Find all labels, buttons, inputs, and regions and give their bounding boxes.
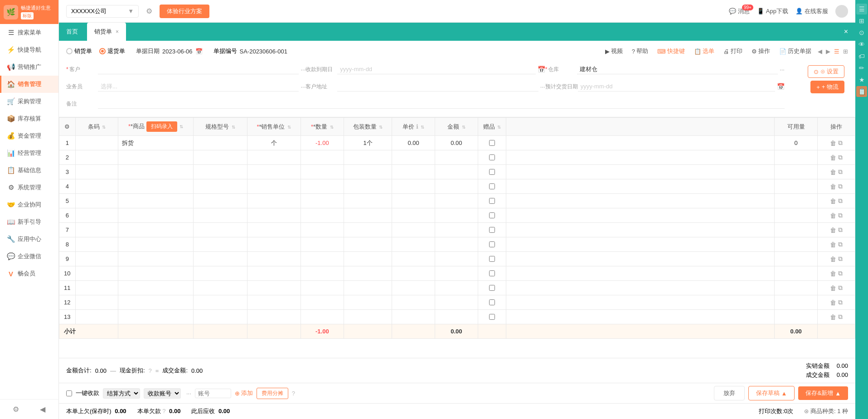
copy-row-icon[interactable]: ⧉	[838, 154, 843, 161]
cell-gift-10[interactable]	[478, 281, 506, 295]
cell-spec-8[interactable]	[194, 252, 247, 266]
delete-row-icon[interactable]: 🗑	[830, 197, 836, 205]
save-new-btn[interactable]: 保存&新增 ▲	[798, 386, 848, 400]
cell-product-4[interactable]	[118, 194, 194, 208]
sidebar-item-quick-nav[interactable]: ⚡ 快捷导航	[0, 41, 58, 58]
due-date-calendar-icon[interactable]: 📅	[538, 66, 545, 73]
cell-amount-6[interactable]	[435, 223, 478, 237]
barcode-sort-icon[interactable]: ⇅	[102, 125, 106, 130]
cell-unit-12[interactable]	[247, 310, 301, 324]
right-panel-tag-icon[interactable]: 🏷	[856, 51, 867, 62]
cell-pkg-qty-4[interactable]	[344, 194, 392, 208]
customer-dots[interactable]: ···	[301, 66, 305, 73]
cell-barcode-3[interactable]	[75, 179, 118, 194]
calendar-icon[interactable]: 📅	[195, 48, 203, 55]
sidebar-item-membership[interactable]: V 畅会员	[0, 265, 58, 282]
salesperson-dots[interactable]: ···	[301, 83, 305, 90]
cell-pkg-qty-5[interactable]	[344, 208, 392, 223]
cell-pkg-qty-9[interactable]	[344, 266, 392, 281]
cell-spec-4[interactable]	[194, 194, 247, 208]
sidebar-item-enterprise[interactable]: 🤝 企业协同	[0, 196, 58, 213]
qty-sort-icon[interactable]: ⇅	[330, 125, 334, 130]
cell-barcode-5[interactable]	[75, 208, 118, 223]
warehouse-dots[interactable]: ···	[780, 66, 785, 73]
cell-qty-10[interactable]	[301, 281, 344, 295]
sidebar-item-finance[interactable]: 💰 资金管理	[0, 127, 58, 144]
copy-row-icon[interactable]: ⧉	[838, 270, 843, 277]
radio-sale-order[interactable]: 销货单	[66, 47, 92, 55]
help-short-icon[interactable]: ?	[162, 408, 165, 414]
cell-price-6[interactable]	[392, 223, 435, 237]
save-new-dropdown-icon[interactable]: ▲	[835, 390, 841, 397]
salesperson-input[interactable]	[98, 82, 299, 92]
sidebar-settings-btn[interactable]: ⚙	[4, 403, 29, 415]
right-panel-circle-icon[interactable]: ⊙	[856, 27, 867, 38]
cell-qty-5[interactable]	[301, 208, 344, 223]
save-draft-btn[interactable]: 保存草稿 ▲	[748, 386, 795, 400]
cell-barcode-10[interactable]	[75, 281, 118, 295]
cell-unit-4[interactable]	[247, 194, 301, 208]
cell-product-1[interactable]	[118, 150, 194, 165]
abandon-btn[interactable]: 放弃	[714, 386, 745, 400]
cell-product-10[interactable]	[118, 281, 194, 295]
delete-row-icon[interactable]: 🗑	[830, 183, 836, 190]
cell-gift-7[interactable]	[478, 237, 506, 252]
cell-amount-0[interactable]: 0.00	[435, 136, 478, 150]
window-close-btn[interactable]: ×	[837, 28, 855, 36]
cell-price-2[interactable]	[392, 165, 435, 179]
history-btn[interactable]: 📄 历史单据	[776, 46, 814, 56]
cell-pkg-qty-6[interactable]	[344, 223, 392, 237]
cell-barcode-1[interactable]	[75, 150, 118, 165]
cell-gift-1[interactable]	[478, 150, 506, 165]
cell-price-4[interactable]	[392, 194, 435, 208]
product-sort-icon[interactable]: ⇅	[179, 124, 183, 129]
delete-row-icon[interactable]: 🗑	[830, 255, 836, 263]
sidebar-item-basic-info[interactable]: 📋 基础信息	[0, 162, 58, 179]
sidebar-item-sales[interactable]: 🏠 销售管理	[0, 76, 58, 93]
cell-amount-11[interactable]	[435, 295, 478, 310]
cell-product-7[interactable]	[118, 237, 194, 252]
sidebar-item-operations[interactable]: 📊 经营管理	[0, 144, 58, 162]
cell-pkg-qty-8[interactable]	[344, 252, 392, 266]
cell-unit-11[interactable]	[247, 295, 301, 310]
cell-barcode-0[interactable]	[75, 136, 118, 150]
cell-spec-7[interactable]	[194, 237, 247, 252]
delete-row-icon[interactable]: 🗑	[830, 169, 836, 176]
delete-row-icon[interactable]: 🗑	[830, 299, 836, 306]
tab-sales-order[interactable]: 销货单 ×	[87, 23, 126, 41]
copy-row-icon[interactable]: ⧉	[838, 299, 843, 306]
cell-amount-5[interactable]	[435, 208, 478, 223]
cell-product-11[interactable]	[118, 295, 194, 310]
cell-unit-5[interactable]	[247, 208, 301, 223]
copy-row-icon[interactable]: ⧉	[838, 241, 843, 248]
right-panel-list-icon[interactable]: ☰	[856, 4, 867, 14]
remark-input[interactable]	[98, 99, 785, 109]
cell-product-6[interactable]	[118, 223, 194, 237]
expense-help-icon[interactable]: ?	[292, 390, 295, 397]
grid-view-btn[interactable]: ☰	[834, 48, 839, 55]
right-panel-eye-icon[interactable]: 👁	[856, 39, 867, 50]
cell-gift-2[interactable]	[478, 165, 506, 179]
cell-price-10[interactable]	[392, 281, 435, 295]
cell-qty-12[interactable]	[301, 310, 344, 324]
cell-amount-8[interactable]	[435, 252, 478, 266]
cell-price-3[interactable]	[392, 179, 435, 194]
copy-row-icon[interactable]: ⧉	[838, 168, 843, 176]
cell-pkg-qty-1[interactable]	[344, 150, 392, 165]
cell-amount-3[interactable]	[435, 179, 478, 194]
cell-price-5[interactable]	[392, 208, 435, 223]
right-panel-orange-icon[interactable]: 📋	[856, 86, 867, 97]
shortcut-btn[interactable]: ⌨ 快捷键	[655, 46, 688, 56]
spec-sort-icon[interactable]: ⇅	[232, 125, 235, 130]
card-view-btn[interactable]: ⊞	[843, 48, 848, 55]
draft-dropdown-icon[interactable]: ▲	[781, 390, 787, 397]
sidebar-item-beginner[interactable]: 📖 新手引导	[0, 213, 58, 231]
cell-price-0[interactable]: 0.00	[392, 136, 435, 150]
bank-account-select[interactable]: 收款账号	[144, 388, 181, 399]
avatar[interactable]	[835, 5, 848, 18]
cell-spec-0[interactable]	[194, 136, 247, 150]
cell-spec-12[interactable]	[194, 310, 247, 324]
cell-barcode-2[interactable]	[75, 165, 118, 179]
tab-home[interactable]: 首页	[59, 23, 85, 41]
settle-method-select[interactable]: 结算方式	[103, 388, 140, 399]
